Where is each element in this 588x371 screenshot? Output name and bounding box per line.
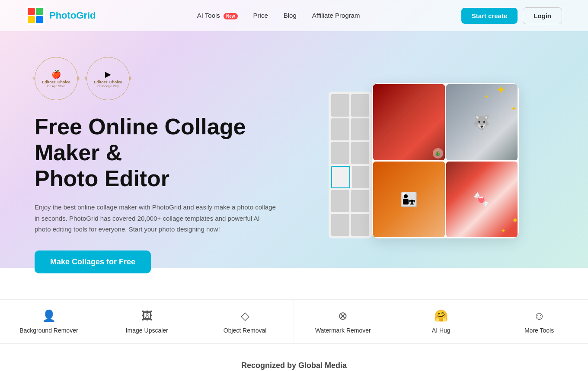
recognized-section: Recognized by Global Media [0,344,588,371]
tpl-cell [331,190,349,212]
more-tools-label: More Tools [524,327,554,334]
nav-links: AI Tools New Price Blog Affiliate Progra… [197,12,360,19]
img-upscaler-label: Image Upscaler [126,327,168,334]
hero-section: 🍎 Editors' Choice On App Store ▶ Editors… [0,31,588,299]
badge1-title: Editors' Choice [42,80,70,85]
play-icon: ▶ [105,70,111,79]
tpl-cell [331,94,349,116]
bg-remover-label: Background Remover [19,327,78,334]
collage-photo-1: 🎄 [373,84,445,160]
tpl-cell [351,118,369,140]
collage-photo-4: 🍬 [446,162,518,238]
start-create-button[interactable]: Start create [461,8,518,24]
svg-rect-1 [28,8,35,15]
tpl-cell [351,214,369,236]
collage-photo-2: 🐺 [446,84,518,160]
apple-icon: 🍎 [51,70,61,79]
tpl-cell [331,142,349,164]
nav-item-price[interactable]: Price [253,12,268,19]
bg-remover-icon: 👤 [42,309,56,323]
template-panel [329,92,372,238]
svg-rect-2 [36,8,43,15]
tpl-cell [352,166,369,188]
svg-rect-3 [28,16,35,23]
nav-item-ai-tools[interactable]: AI Tools New [197,12,238,19]
ai-hug-icon: 🤗 [434,309,448,323]
tpl-cell [351,94,369,116]
logo-link[interactable]: PhotoGrid [26,6,96,25]
nav-item-affiliate[interactable]: Affiliate Program [312,12,360,19]
hero-content-left: 🍎 Editors' Choice On App Store ▶ Editors… [35,57,294,273]
obj-removal-icon: ◇ [241,309,249,323]
tool-item-obj-removal[interactable]: ◇ Object Removal [196,300,294,343]
navbar: PhotoGrid AI Tools New Price Blog Affili… [0,0,588,31]
app-store-badge: 🍎 Editors' Choice On App Store [35,57,78,100]
wm-remover-label: Watermark Remover [315,327,371,334]
tpl-cell [331,118,349,140]
collage-photo-3: 👨‍👧 [373,162,445,238]
obj-removal-label: Object Removal [224,327,267,334]
tool-item-more-tools[interactable]: ☺ More Tools [490,300,588,343]
nav-item-blog[interactable]: Blog [284,12,297,19]
tool-item-ai-hug[interactable]: 🤗 AI Hug [392,300,490,343]
more-tools-icon: ☺ [534,309,545,323]
tools-strip: 👤 Background Remover 🖼 Image Upscaler ◇ … [0,299,588,344]
img-upscaler-icon: 🖼 [141,309,153,323]
tool-item-img-upscaler[interactable]: 🖼 Image Upscaler [98,300,196,343]
badge1-sub: On App Store [47,85,65,88]
make-collages-button[interactable]: Make Collages for Free [35,251,151,273]
hero-description: Enjoy the best online collage maker with… [35,202,277,235]
tpl-cell [351,142,369,164]
ai-hug-label: AI Hug [432,327,451,334]
collage-main-display: 🎄 🐺 👨‍👧 🍬 [372,83,519,238]
logo-text: PhotoGrid [49,10,96,21]
logo-icon [26,6,45,25]
collage-preview: 🎄 🐺 👨‍👧 🍬 ✦ ✦ ✦ ✦ ✦ [329,83,519,247]
tpl-cell [351,190,369,212]
badge2-sub: On Google Play [97,85,118,88]
google-play-badge: ▶ Editors' Choice On Google Play [86,57,130,100]
svg-rect-4 [36,16,43,23]
login-button[interactable]: Login [523,7,562,24]
tool-item-bg-remover[interactable]: 👤 Background Remover [0,300,98,343]
new-badge: New [224,13,238,19]
badge2-title: Editors' Choice [94,80,122,85]
award-badges: 🍎 Editors' Choice On App Store ▶ Editors… [35,57,294,100]
tool-item-wm-remover[interactable]: ⊗ Watermark Remover [294,300,392,343]
nav-actions: Start create Login [461,7,562,24]
wm-remover-icon: ⊗ [338,309,348,323]
tpl-cell-active[interactable] [331,166,350,188]
hero-heading: Free Online Collage Maker & Photo Editor [35,114,294,191]
hero-visual: 🎄 🐺 👨‍👧 🍬 ✦ ✦ ✦ ✦ ✦ [294,83,553,247]
tpl-cell [331,214,349,236]
